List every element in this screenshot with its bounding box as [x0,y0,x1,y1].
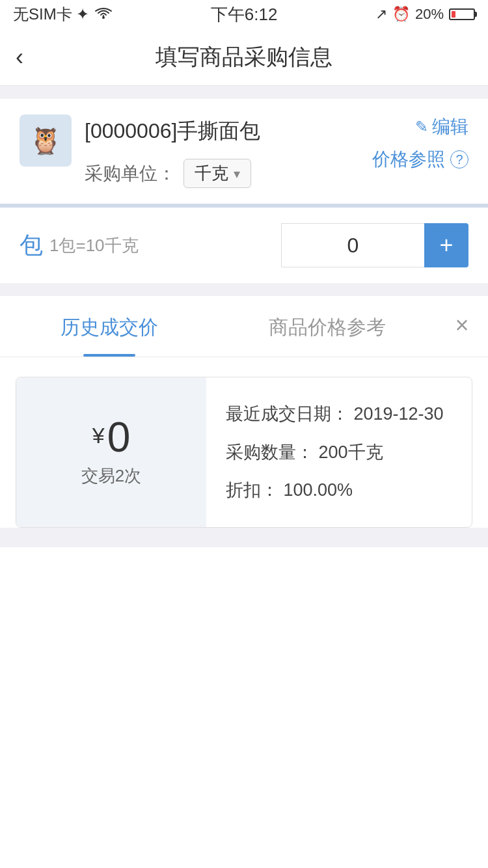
product-card: 🦉 [0000006]手撕面包 采购单位： 千克 ▾ ✎ 编辑 [0,99,488,204]
product-info: [0000006]手撕面包 采购单位： 千克 ▾ [85,115,260,188]
edit-icon: ✎ [415,118,428,136]
price-ref-label: 价格参照 [372,147,445,172]
edit-label: 编辑 [432,115,468,139]
status-left: 无SIM卡 ✦ [13,4,113,25]
tab-price-label: 商品价格参考 [269,316,386,338]
quantity-unit: 包 [20,230,43,262]
product-left: 🦉 [0000006]手撕面包 采购单位： 千克 ▾ [20,115,260,188]
carrier-text: 无SIM卡 ✦ [13,4,89,25]
quantity-row: 包 1包=10千克 + [0,208,488,283]
wifi-icon [94,5,113,23]
status-right: ↗ ⏰ 20% [375,6,475,23]
product-unit-row: 采购单位： 千克 ▾ [85,159,260,188]
tabs-header: 历史成交价 商品价格参考 × [0,296,488,357]
discount-value: 100.00% [284,480,353,500]
battery-percent: 20% [415,6,444,23]
recent-date-value: 2019-12-30 [354,404,444,424]
quantity-conversion: 1包=10千克 [49,234,139,257]
edit-button[interactable]: ✎ 编辑 [415,115,468,139]
battery-indicator [449,8,475,20]
tab-history-price[interactable]: 历史成交价 [0,296,218,357]
quantity-increment-button[interactable]: + [424,223,468,267]
currency-symbol: ¥ [92,416,105,448]
discount-row: 折扣： 100.00% [226,477,452,504]
recent-date-row: 最近成交日期： 2019-12-30 [226,401,452,427]
product-image: 🦉 [20,115,72,167]
svg-point-0 [102,16,105,19]
unit-dropdown-icon: ▾ [234,166,240,182]
unit-label: 采购单位： [85,161,176,186]
status-bar: 无SIM卡 ✦ 下午6:12 ↗ ⏰ 20% [0,0,488,29]
back-button[interactable]: ‹ [16,44,23,71]
quantity-control: + [281,223,468,267]
purchase-qty-value: 200千克 [319,442,383,462]
quantity-input[interactable] [281,223,424,267]
transaction-card: ¥ 0 交易2次 最近成交日期： 2019-12-30 采购数量： 200千克 … [16,377,472,528]
page-header: ‹ 填写商品采购信息 [0,29,488,86]
transaction-count: 交易2次 [81,465,141,487]
discount-label: 折扣： [226,480,278,500]
alarm-icon: ⏰ [392,6,410,23]
purchase-qty-row: 采购数量： 200千克 [226,439,452,466]
product-thumbnail-icon: 🦉 [29,126,62,156]
product-name: [0000006]手撕面包 [85,117,260,146]
purchase-qty-label: 采购数量： [226,442,314,462]
tab-price-reference[interactable]: 商品价格参考 [218,296,436,357]
quantity-left: 包 1包=10千克 [20,230,139,262]
product-right: ✎ 编辑 价格参照 ? [372,115,468,172]
transaction-price-summary: ¥ 0 交易2次 [16,377,206,527]
close-icon: × [455,312,468,339]
unit-selector[interactable]: 千克 ▾ [183,159,251,188]
price-number: 0 [107,416,131,458]
price-reference-button[interactable]: 价格参照 ? [372,147,468,172]
transaction-price-value: ¥ 0 [92,416,131,458]
status-time: 下午6:12 [211,3,278,26]
page-title: 填写商品采购信息 [156,42,332,72]
tabs-section: 历史成交价 商品价格参考 × ¥ 0 交易2次 最近成交日期： 2019-12-… [0,296,488,528]
content-area [0,547,488,869]
unit-value: 千克 [195,162,228,185]
help-icon: ? [450,150,468,169]
transaction-details: 最近成交日期： 2019-12-30 采购数量： 200千克 折扣： 100.0… [206,377,472,527]
recent-date-label: 最近成交日期： [226,404,349,424]
tabs-close-button[interactable]: × [436,312,488,342]
tab-history-label: 历史成交价 [61,316,158,338]
location-icon: ↗ [375,6,387,23]
plus-icon: + [439,234,453,257]
